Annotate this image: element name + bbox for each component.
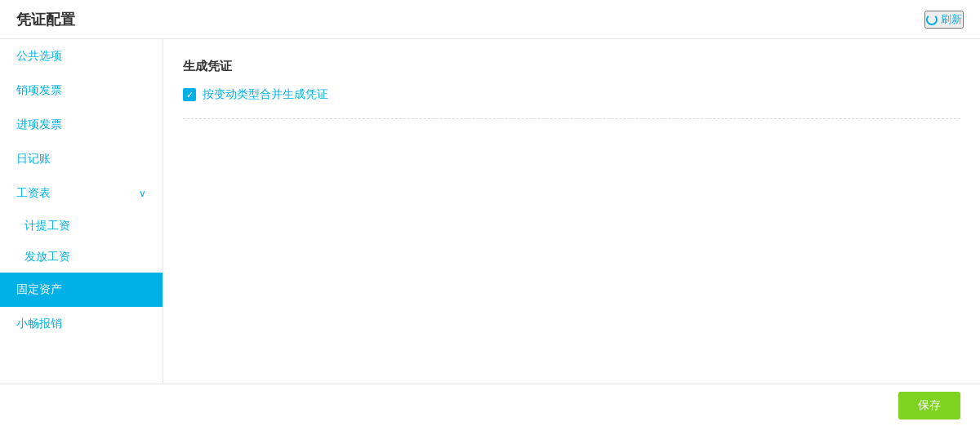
checkbox-label[interactable]: 按变动类型合并生成凭证 bbox=[203, 87, 328, 102]
merge-by-type-checkbox[interactable] bbox=[183, 88, 196, 101]
sidebar-item-label: 固定资产 bbox=[16, 282, 62, 297]
refresh-icon bbox=[926, 14, 938, 25]
sidebar-item-payroll-table[interactable]: 工资表 ∨ bbox=[0, 176, 163, 211]
sidebar-item-label: 工资表 bbox=[16, 186, 51, 201]
sidebar-item-label: 进项发票 bbox=[16, 118, 62, 132]
refresh-button[interactable]: 刷新 bbox=[924, 11, 964, 29]
section-title: 生成凭证 bbox=[183, 59, 960, 74]
sidebar: 公共选项 销项发票 进项发票 日记账 工资表 ∨ 计提工资 发放工资 固定资 bbox=[0, 39, 163, 384]
sidebar-item-issue-payroll[interactable]: 发放工资 bbox=[0, 242, 163, 273]
main-content: 公共选项 销项发票 进项发票 日记账 工资表 ∨ 计提工资 发放工资 固定资 bbox=[0, 39, 980, 384]
sidebar-item-label: 公共选项 bbox=[16, 49, 62, 64]
save-button[interactable]: 保存 bbox=[898, 392, 960, 419]
sidebar-item-journal[interactable]: 日记账 bbox=[0, 142, 163, 176]
section-divider bbox=[183, 118, 960, 119]
refresh-label: 刷新 bbox=[941, 12, 962, 27]
content-area: 生成凭证 按变动类型合并生成凭证 bbox=[163, 39, 980, 384]
sidebar-item-sales-invoice[interactable]: 销项发票 bbox=[0, 73, 163, 108]
chevron-down-icon: ∨ bbox=[139, 188, 146, 199]
sidebar-item-public-options[interactable]: 公共选项 bbox=[0, 39, 163, 73]
sidebar-item-label: 计提工资 bbox=[24, 219, 70, 232]
sidebar-item-fixed-assets[interactable]: 固定资产 bbox=[0, 273, 163, 307]
sidebar-item-label: 日记账 bbox=[16, 152, 51, 166]
sidebar-item-label: 销项发票 bbox=[16, 83, 62, 98]
page-title: 凭证配置 bbox=[16, 10, 75, 29]
sidebar-item-label: 发放工资 bbox=[24, 250, 70, 263]
sidebar-item-label: 小畅报销 bbox=[16, 317, 62, 331]
sidebar-item-purchase-invoice[interactable]: 进项发票 bbox=[0, 108, 163, 142]
header: 凭证配置 刷新 bbox=[0, 0, 980, 39]
footer: 保存 bbox=[0, 384, 980, 426]
page-container: 凭证配置 刷新 公共选项 销项发票 进项发票 日记账 工资表 ∨ bbox=[0, 0, 980, 426]
checkbox-row: 按变动类型合并生成凭证 bbox=[183, 87, 960, 102]
sidebar-item-expense-report[interactable]: 小畅报销 bbox=[0, 307, 163, 341]
sidebar-item-calc-payroll[interactable]: 计提工资 bbox=[0, 211, 163, 242]
